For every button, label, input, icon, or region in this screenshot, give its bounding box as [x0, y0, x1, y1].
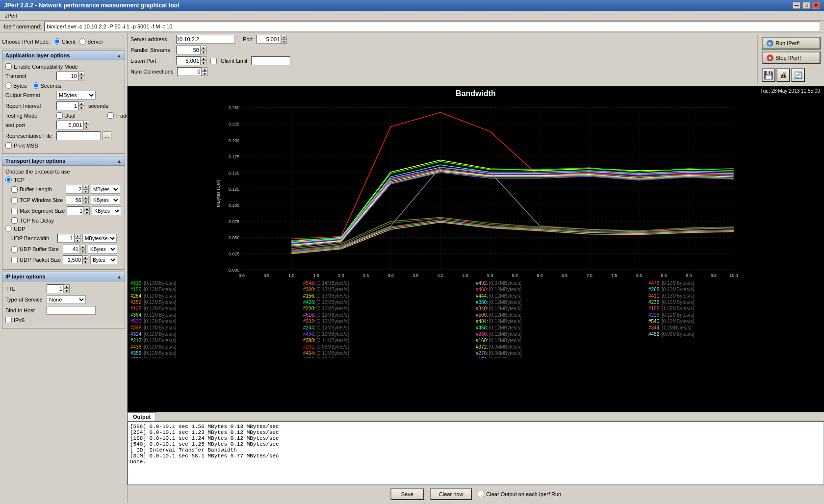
tcp-window-check[interactable]	[11, 197, 18, 203]
report-interval-input[interactable]	[56, 101, 78, 110]
parallel-up[interactable]: ▲	[201, 46, 206, 50]
udp-bw-input[interactable]	[57, 234, 75, 243]
tos-select[interactable]: None	[47, 295, 86, 304]
transport-layer-collapse[interactable]: ▲	[117, 158, 122, 164]
port-down[interactable]: ▼	[281, 39, 287, 44]
run-iperf-button[interactable]: ▶ Run IPerf!	[762, 37, 821, 50]
client-limit-input[interactable]	[251, 56, 290, 65]
bind-host-input[interactable]	[47, 306, 96, 315]
test-port-spin: ▲ ▼	[83, 121, 89, 129]
max-seg-down[interactable]: ▼	[84, 211, 90, 215]
client-limit-check[interactable]	[210, 58, 217, 64]
app-layer-collapse[interactable]: ▲	[117, 53, 122, 58]
close-button[interactable]: ✕	[812, 2, 820, 9]
num-conn-up[interactable]: ▲	[202, 67, 207, 72]
tcp-window-unit-select[interactable]: KBytes	[91, 196, 120, 204]
print-mss-check[interactable]	[5, 142, 12, 149]
clear-now-button[interactable]: Clear now	[430, 488, 472, 500]
trade-check[interactable]: Trade	[107, 112, 128, 119]
udp-pkt-down[interactable]: ▼	[82, 260, 88, 264]
server-address-input[interactable]	[176, 35, 235, 44]
buffer-down[interactable]: ▼	[83, 189, 89, 194]
transport-layer-header[interactable]: Transport layer options ▲	[2, 156, 125, 166]
rep-file-input[interactable]	[56, 131, 101, 140]
parallel-input[interactable]	[176, 46, 201, 54]
seconds-radio[interactable]: Seconds	[33, 82, 62, 89]
output-tab[interactable]: Output	[128, 412, 156, 421]
listen-port-up[interactable]: ▲	[201, 56, 206, 61]
print-toolbar-button[interactable]: 🖨	[776, 68, 790, 82]
ip-layer-header[interactable]: IP layer options ▲	[2, 272, 125, 281]
port-up[interactable]: ▲	[281, 35, 287, 39]
port-input[interactable]	[257, 35, 281, 44]
output-format-select[interactable]: MBytes	[56, 91, 96, 100]
menu-jperf[interactable]: JPerf	[2, 12, 21, 20]
clear-each-run-check[interactable]	[478, 491, 484, 497]
iperf-command-input[interactable]	[44, 22, 820, 31]
ttl-input[interactable]	[47, 284, 64, 293]
save-toolbar-button[interactable]: 💾	[762, 68, 775, 82]
max-seg-input[interactable]	[67, 206, 84, 215]
udp-buf-input[interactable]	[63, 245, 80, 253]
save-button[interactable]: Save	[390, 488, 424, 500]
maximize-button[interactable]: □	[802, 2, 810, 9]
iperf-command-row: Iperf command:	[0, 21, 824, 33]
dual-check[interactable]: Dual	[56, 112, 105, 119]
num-conn-down[interactable]: ▼	[202, 72, 207, 76]
refresh-toolbar-button[interactable]: 🔄	[791, 68, 805, 82]
udp-pkt-up[interactable]: ▲	[82, 255, 88, 260]
main-area: Choose IPerf Mode: Client Server Applica…	[0, 33, 824, 503]
max-seg-unit-select[interactable]: KBytes	[92, 206, 121, 215]
tcp-window-up[interactable]: ▲	[83, 196, 89, 200]
udp-buf-unit-select[interactable]: KBytes	[88, 245, 117, 253]
report-interval-up[interactable]: ▲	[78, 101, 84, 106]
udp-buf-check[interactable]	[11, 246, 18, 252]
max-seg-up[interactable]: ▲	[84, 206, 90, 211]
clear-each-run-label[interactable]: Clear Output on each Iperf Run	[478, 491, 561, 497]
tcp-window-input[interactable]	[66, 196, 83, 204]
udp-pkt-check[interactable]	[11, 257, 18, 263]
listen-port-input[interactable]	[176, 56, 201, 65]
legend-item: #476:[0.13MBytes/s]	[648, 280, 821, 286]
ttl-up[interactable]: ▲	[64, 284, 70, 289]
ttl-down[interactable]: ▼	[64, 289, 70, 293]
parallel-down[interactable]: ▼	[201, 50, 206, 54]
server-mode-radio[interactable]: Server	[79, 38, 103, 45]
no-delay-check[interactable]	[11, 217, 18, 224]
tcp-radio[interactable]	[5, 176, 12, 183]
listen-port-down[interactable]: ▼	[201, 61, 206, 65]
bytes-radio[interactable]: Bytes	[5, 82, 27, 89]
compat-mode-check[interactable]	[5, 63, 12, 70]
stop-iperf-button[interactable]: ■ Stop IPerf!	[762, 51, 821, 64]
ip-layer-collapse[interactable]: ▲	[117, 274, 122, 279]
minimize-button[interactable]: —	[793, 2, 800, 9]
udp-pkt-unit-select[interactable]: Bytes	[90, 255, 117, 264]
tcp-window-down[interactable]: ▼	[83, 200, 89, 204]
transmit-up[interactable]: ▲	[78, 72, 84, 76]
client-mode-radio[interactable]: Client	[54, 38, 76, 45]
udp-radio[interactable]	[5, 226, 12, 232]
test-port-up[interactable]: ▲	[83, 121, 89, 125]
buffer-up[interactable]: ▲	[83, 185, 89, 189]
udp-bw-up[interactable]: ▲	[75, 234, 80, 238]
buffer-length-input[interactable]	[66, 185, 83, 194]
transmit-down[interactable]: ▼	[78, 76, 84, 80]
udp-buf-down[interactable]: ▼	[80, 249, 86, 253]
test-port-input[interactable]	[56, 121, 83, 129]
buffer-length-check[interactable]	[11, 186, 18, 193]
udp-pkt-input[interactable]	[63, 255, 82, 264]
max-seg-check[interactable]	[11, 208, 18, 214]
test-port-down[interactable]: ▼	[83, 125, 89, 129]
transport-layer-body: Choose the protocol to use TCP Buffer Le…	[2, 166, 125, 269]
udp-bw-unit-select[interactable]: MBytes/sec	[82, 234, 117, 243]
ipv6-check[interactable]	[5, 317, 12, 323]
num-conn-input[interactable]	[177, 67, 202, 76]
app-layer-header[interactable]: Application layer options ▲	[2, 51, 125, 60]
ttl-row: TTL ▲ ▼	[5, 284, 122, 293]
rep-file-browse[interactable]: ...	[103, 131, 111, 140]
transmit-input[interactable]	[56, 72, 78, 80]
udp-buf-up[interactable]: ▲	[80, 245, 86, 249]
udp-bw-down[interactable]: ▼	[75, 238, 80, 243]
report-interval-down[interactable]: ▼	[78, 106, 84, 110]
buffer-unit-select[interactable]: MBytes	[91, 185, 120, 194]
